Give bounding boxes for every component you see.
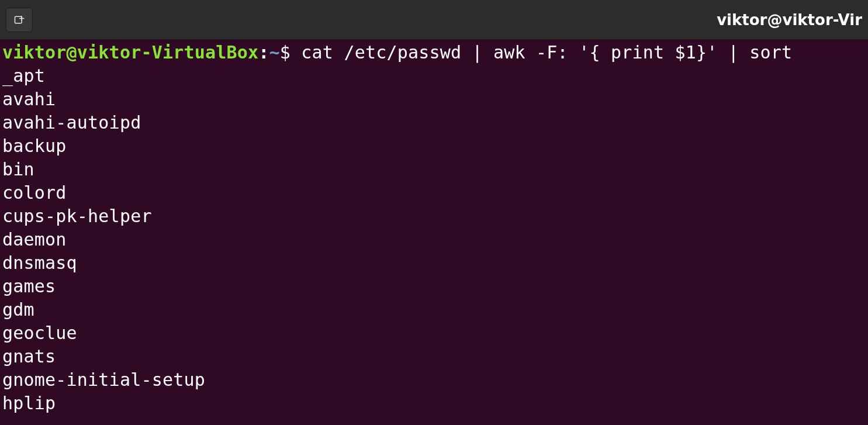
output-line: daemon: [2, 229, 67, 250]
output-line: bin: [2, 159, 34, 179]
new-tab-button[interactable]: [6, 8, 33, 32]
output-line: hplip: [2, 393, 56, 413]
output-line: colord: [2, 182, 67, 203]
output-line: cups-pk-helper: [2, 206, 152, 226]
window-title: viktor@viktor-Vir: [717, 11, 862, 29]
output-line: games: [2, 276, 56, 296]
output-line: geoclue: [2, 323, 77, 343]
prompt-dollar: $: [280, 42, 291, 63]
output-line: backup: [2, 136, 67, 156]
output-line: gdm: [2, 299, 34, 320]
output-line: avahi: [2, 89, 56, 109]
prompt-path: ~: [269, 42, 280, 63]
prompt-user-host: viktor@viktor-VirtualBox: [2, 42, 258, 63]
output-line: gnats: [2, 346, 56, 367]
output-line: _apt: [2, 65, 45, 86]
output-line: dnsmasq: [2, 253, 77, 273]
terminal-area[interactable]: viktor@viktor-VirtualBox:~$ cat /etc/pas…: [0, 40, 868, 415]
svg-rect-0: [15, 16, 22, 23]
output-line: avahi-autoipd: [2, 112, 141, 133]
command-text: cat /etc/passwd | awk -F: '{ print $1}' …: [301, 42, 792, 63]
prompt-colon: :: [258, 42, 269, 63]
window-titlebar: viktor@viktor-Vir: [0, 0, 868, 40]
new-tab-icon: [13, 14, 25, 26]
output-line: gnome-initial-setup: [2, 369, 205, 390]
